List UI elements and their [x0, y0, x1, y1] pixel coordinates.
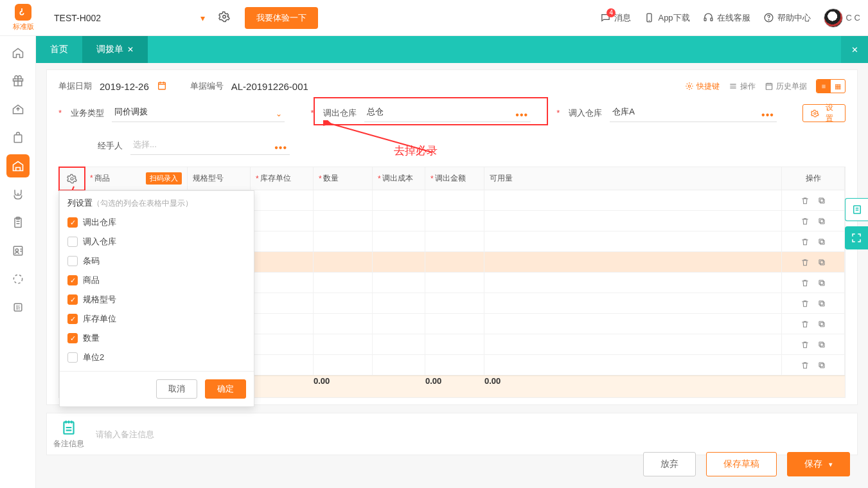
checkbox-icon[interactable] [67, 237, 78, 247]
app-download-link[interactable]: App下载 [644, 12, 689, 24]
nav-finance-icon[interactable] [6, 183, 30, 206]
customer-service-link[interactable]: 在线客服 [703, 12, 750, 24]
col-settings-cancel-button[interactable]: 取消 [156, 379, 197, 399]
delete-icon[interactable] [801, 278, 810, 287]
nav-new-icon[interactable]: 新 [6, 296, 30, 319]
copy-icon[interactable] [817, 361, 826, 370]
help-center-link[interactable]: 帮助中心 [763, 12, 811, 24]
svg-rect-33 [819, 300, 822, 304]
chevron-down-icon [200, 13, 205, 23]
view-grid-icon[interactable]: ▦ [831, 80, 845, 93]
tab-close-icon[interactable]: ✕ [127, 45, 134, 54]
remark-input[interactable] [96, 429, 846, 439]
column-settings-button[interactable] [59, 167, 85, 190]
tabstrip-close-icon[interactable]: ✕ [841, 36, 868, 63]
customer-service-label: 在线客服 [717, 12, 750, 24]
nav-clipboard-icon[interactable] [6, 211, 30, 234]
col-settings-list[interactable]: 调出仓库 调入仓库 条码 商品 规格型号 库存单位 数量 单位2 [60, 213, 254, 371]
delete-icon[interactable] [801, 340, 810, 349]
delete-icon[interactable] [801, 258, 810, 267]
tab-transfer[interactable]: 调拨单 ✕ [82, 36, 148, 63]
view-toggle[interactable]: ≡▦ [816, 79, 846, 93]
brand-logo-icon [15, 4, 31, 21]
svg-rect-23 [819, 197, 822, 201]
delete-icon[interactable] [801, 299, 810, 308]
nav-bag-icon[interactable] [6, 126, 30, 149]
nav-contact-icon[interactable] [6, 239, 30, 262]
copy-icon[interactable] [817, 320, 826, 329]
field-out-warehouse[interactable]: * 调出仓库 总仓 ••• [310, 104, 531, 122]
col-option[interactable]: 商品 [65, 271, 249, 290]
save-button[interactable]: 保存 ▾ [787, 452, 850, 476]
copy-icon[interactable] [817, 278, 826, 287]
svg-rect-36 [820, 343, 824, 347]
svg-point-21 [71, 177, 73, 180]
org-settings-icon[interactable] [215, 11, 233, 24]
checkbox-icon[interactable] [67, 217, 78, 228]
delete-icon[interactable] [801, 217, 810, 226]
scan-input-badge[interactable]: 扫码录入 [146, 172, 182, 185]
note-float-icon[interactable] [845, 198, 868, 221]
col-option[interactable]: 条码 [65, 251, 249, 271]
col-option[interactable]: 规格型号 [65, 290, 249, 309]
floating-tools [845, 198, 868, 249]
discard-button[interactable]: 放弃 [643, 452, 696, 476]
checkbox-icon[interactable] [67, 352, 78, 363]
col-option[interactable]: 数量 [65, 329, 249, 348]
copy-icon[interactable] [817, 237, 826, 246]
delete-icon[interactable] [801, 320, 810, 329]
svg-rect-37 [819, 341, 822, 345]
col-option[interactable]: 库存单位 [65, 309, 249, 329]
copy-icon[interactable] [817, 258, 826, 267]
cta-button[interactable]: 我要体验一下 [245, 7, 318, 29]
nav-sync-icon[interactable] [6, 267, 30, 291]
col-option[interactable]: 单位2 [65, 348, 249, 367]
history-link[interactable]: 历史单据 [765, 81, 807, 92]
col-option[interactable]: 调出仓库 [65, 213, 249, 232]
fullscreen-float-icon[interactable] [845, 226, 868, 249]
chevron-down-icon: ▾ [829, 460, 833, 469]
svg-rect-32 [820, 302, 824, 305]
col-option[interactable]: 调入仓库 [65, 232, 249, 251]
copy-icon[interactable] [817, 340, 826, 349]
checkbox-icon[interactable] [67, 314, 78, 324]
field-handler[interactable]: 经手人 选择... ••• [58, 136, 290, 155]
save-draft-button[interactable]: 保存草稿 [706, 452, 777, 476]
tab-home[interactable]: 首页 [36, 36, 82, 63]
doc-code-value: AL-20191226-001 [231, 81, 308, 92]
col-product: *商品 扫码录入 [85, 167, 188, 190]
checkbox-icon[interactable] [67, 275, 78, 285]
org-selector[interactable]: TEST-H002 [48, 7, 211, 29]
copy-icon[interactable] [817, 196, 826, 205]
svg-rect-22 [820, 199, 824, 203]
col-settings-ok-button[interactable]: 确定 [205, 379, 246, 399]
operate-link[interactable]: 操作 [729, 81, 756, 92]
messages-link[interactable]: 消息 4 [600, 12, 631, 24]
copy-icon[interactable] [817, 299, 826, 308]
doc-date-value[interactable]: 2019-12-26 [100, 81, 149, 92]
more-icon: ••• [274, 145, 287, 151]
tab-home-label: 首页 [50, 44, 68, 55]
delete-icon[interactable] [801, 196, 810, 205]
checkbox-icon[interactable] [67, 294, 78, 305]
hotkey-link[interactable]: 快捷键 [685, 81, 720, 92]
form-settings-button[interactable]: 设置 [802, 104, 846, 122]
nav-home-icon[interactable] [6, 41, 30, 64]
checkbox-icon[interactable] [67, 333, 78, 343]
col-settings-header: 列设置（勾选的列会在表格中显示） [60, 191, 254, 213]
doc-date-label: 单据日期 [58, 80, 92, 92]
calendar-icon[interactable] [157, 80, 167, 93]
more-icon: ••• [515, 112, 528, 118]
in-wh-value: 仓库A [610, 104, 777, 122]
user-menu[interactable]: C C [824, 8, 860, 28]
delete-icon[interactable] [801, 237, 810, 246]
view-list-icon[interactable]: ≡ [817, 80, 831, 93]
checkbox-icon[interactable] [67, 256, 78, 266]
nav-gift-icon[interactable] [6, 69, 30, 93]
copy-icon[interactable] [817, 217, 826, 226]
field-biz-type[interactable]: * 业务类型 同价调拨 ⌄ [58, 104, 285, 122]
nav-warehouse-icon[interactable] [6, 154, 30, 177]
delete-icon[interactable] [801, 361, 810, 370]
nav-upload-icon[interactable] [6, 98, 30, 121]
field-in-warehouse[interactable]: * 调入仓库 仓库A ••• [556, 104, 777, 122]
